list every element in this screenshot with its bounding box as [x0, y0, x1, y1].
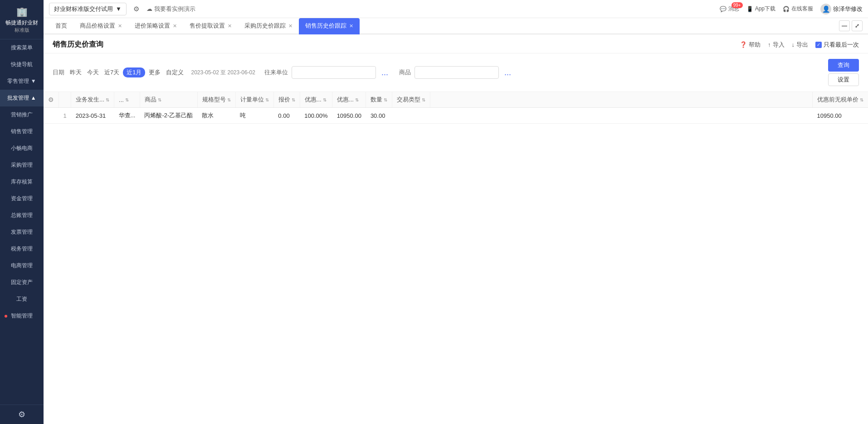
tab-purchase-history[interactable]: 采购历史价跟踪 ✕ [238, 18, 299, 34]
settings-button[interactable]: 设置 [828, 73, 859, 86]
th-product-label: 商品 [145, 96, 156, 104]
date-opt-yesterday[interactable]: 昨天 [68, 67, 83, 77]
page-header: 销售历史价查询 ❓ 帮助 ↑ 导入 ↓ 导出 ✓ 只看最后一次 [44, 34, 868, 53]
tab-purchase-strategy-close[interactable]: ✕ [173, 23, 177, 29]
sort-icon: ⇅ [355, 97, 359, 102]
export-label: 导出 [796, 41, 808, 49]
chevron-down-icon: ▼ [31, 78, 36, 84]
date-filter-group: 日期 昨天 今天 近7天 近1月 更多 自定义 2023-05-02 至 202… [53, 67, 255, 77]
sidebar-item-label: 税务管理 [11, 246, 33, 252]
th-date[interactable]: 业务发生... ⇅ [71, 92, 114, 108]
page-actions: ❓ 帮助 ↑ 导入 ↓ 导出 ✓ 只看最后一次 [740, 41, 859, 49]
th-product[interactable]: 商品 ⇅ [140, 92, 197, 108]
th-price[interactable]: 报价 ⇅ [273, 92, 300, 108]
date-opt-last1m[interactable]: 近1月 [123, 67, 145, 77]
sort-icon: ⇅ [860, 97, 863, 102]
sidebar-item-wholesale[interactable]: 批发管理 ▲ [0, 90, 44, 106]
customer-filter-label: 往来单位 [264, 68, 288, 77]
product-more-button[interactable]: ... [502, 68, 513, 77]
th-tax-price[interactable]: 优惠前无税单价 ⇅ [813, 92, 868, 108]
online-service-button[interactable]: 🎧 在线客服 [783, 5, 813, 13]
th-trade-type[interactable]: 交易类型 ⇅ [392, 92, 430, 108]
sidebar-item-invoice[interactable]: 发票管理 [0, 224, 44, 241]
tab-purchase-strategy[interactable]: 进价策略设置 ✕ [128, 18, 183, 34]
sort-icon: ⇅ [106, 97, 109, 102]
th-more-label: ... [119, 96, 124, 103]
tab-sale-history-close[interactable]: ✕ [349, 23, 353, 29]
sidebar-item-marketing[interactable]: 营销推广 [0, 106, 44, 123]
tab-price-close[interactable]: ✕ [118, 23, 122, 29]
th-qty[interactable]: 数量 ⇅ [366, 92, 392, 108]
message-button[interactable]: 💬 消息 99+ [720, 5, 739, 13]
import-button[interactable]: ↑ 导入 [768, 41, 785, 49]
help-button[interactable]: ❓ 帮助 [740, 41, 761, 49]
sidebar-item-assets[interactable]: 固定资产 [0, 274, 44, 291]
date-opt-last7[interactable]: 近7天 [102, 67, 121, 77]
sidebar-item-sales[interactable]: 销售管理 [0, 123, 44, 140]
th-unit[interactable]: 计量单位 ⇅ [235, 92, 273, 108]
sidebar-item-ecommerce[interactable]: 电商管理 [0, 257, 44, 274]
sidebar-item-smart[interactable]: 智能管理 [0, 308, 44, 324]
date-opt-more[interactable]: 更多 [147, 67, 162, 77]
row-product: 丙烯酸-2-乙基己酯 [140, 108, 197, 124]
tab-sale-history[interactable]: 销售历史价跟踪 ✕ [299, 18, 360, 34]
mobile-icon: 📱 [746, 6, 753, 12]
sidebar-item-xiaochang[interactable]: 小畅电商 [0, 140, 44, 157]
logo-text: 畅捷通好业财 [4, 19, 40, 27]
query-button[interactable]: 查询 [828, 59, 859, 72]
th-spec[interactable]: 规格型号 ⇅ [197, 92, 235, 108]
date-range-display: 2023-05-02 至 2023-06-02 [191, 69, 255, 77]
sort-icon: ⇅ [422, 97, 425, 102]
tab-sale-extract[interactable]: 售价提取设置 ✕ [183, 18, 238, 34]
th-more[interactable]: ... ⇅ [114, 92, 140, 108]
content-area: 销售历史价查询 ❓ 帮助 ↑ 导入 ↓ 导出 ✓ 只看最后一次 [44, 34, 868, 424]
product-filter-input[interactable] [414, 66, 499, 79]
sidebar-item-label: 库存核算 [11, 178, 33, 185]
sidebar-item-ledger[interactable]: 总账管理 [0, 207, 44, 224]
tab-sale-extract-close[interactable]: ✕ [228, 23, 232, 29]
th-discount-amt[interactable]: 优惠... ⇅ [332, 92, 366, 108]
row-discount-amt: 10950.00 [332, 108, 366, 124]
demo-link[interactable]: ☁ 我要看实例演示 [146, 5, 195, 13]
help-icon: ❓ [740, 41, 747, 48]
headset-icon: 🎧 [783, 6, 790, 12]
sidebar-item-retail[interactable]: 零售管理 ▼ [0, 73, 44, 90]
sidebar-item-label: 电商管理 [11, 262, 33, 269]
sidebar-settings-button[interactable]: ⚙ [0, 405, 44, 424]
date-opt-today[interactable]: 今天 [85, 67, 101, 77]
row-gear [44, 108, 59, 124]
sidebar-item-label: 采购管理 [11, 162, 33, 168]
sort-icon: ⇅ [227, 97, 231, 102]
filter-area: 日期 昨天 今天 近7天 近1月 更多 自定义 2023-05-02 至 202… [44, 53, 868, 92]
panel-minimize-button[interactable]: — [839, 20, 850, 31]
panel-maximize-button[interactable]: ⤢ [852, 20, 863, 31]
filter-action-buttons: 查询 设置 [828, 59, 859, 86]
topbar-settings-button[interactable]: ⚙ [130, 3, 143, 15]
customer-filter-input[interactable] [292, 66, 376, 79]
sidebar-item-label: 销售管理 [11, 128, 33, 135]
username-label: 徐泽华修改 [833, 5, 863, 13]
sidebar-item-capital[interactable]: 资金管理 [0, 190, 44, 207]
th-gear[interactable]: ⚙ [44, 92, 59, 108]
tab-home[interactable]: 首页 [49, 18, 73, 34]
customer-more-button[interactable]: ... [380, 68, 390, 77]
date-opt-custom[interactable]: 自定义 [164, 67, 185, 77]
sidebar-item-label: 智能管理 [11, 313, 33, 319]
export-button[interactable]: ↓ 导出 [792, 41, 809, 49]
sidebar-item-tax[interactable]: 税务管理 [0, 241, 44, 257]
app-selector[interactable]: 好业财标准版交付试用 ▼ [49, 3, 127, 15]
sidebar-item-salary[interactable]: 工资 [0, 291, 44, 308]
tab-price[interactable]: 商品价格设置 ✕ [73, 18, 128, 34]
app-download-button[interactable]: 📱 App下载 [746, 5, 775, 13]
sidebar-item-quicknav[interactable]: 快捷导航 [0, 56, 44, 73]
sidebar-item-inventory[interactable]: 库存核算 [0, 173, 44, 190]
tab-purchase-history-close[interactable]: ✕ [288, 23, 293, 29]
th-date-label: 业务发生... [76, 96, 104, 104]
th-discount-pct[interactable]: 优惠... ⇅ [300, 92, 332, 108]
sidebar-item-search[interactable]: 搜索菜单 [0, 39, 44, 56]
sidebar-item-purchase[interactable]: 采购管理 [0, 157, 44, 173]
message-icon: 💬 [720, 6, 727, 12]
only-last-checkbox[interactable]: ✓ 只看最后一次 [815, 41, 859, 49]
user-menu[interactable]: 👤 徐泽华修改 [820, 4, 863, 14]
checkbox-checked-icon: ✓ [815, 42, 822, 48]
